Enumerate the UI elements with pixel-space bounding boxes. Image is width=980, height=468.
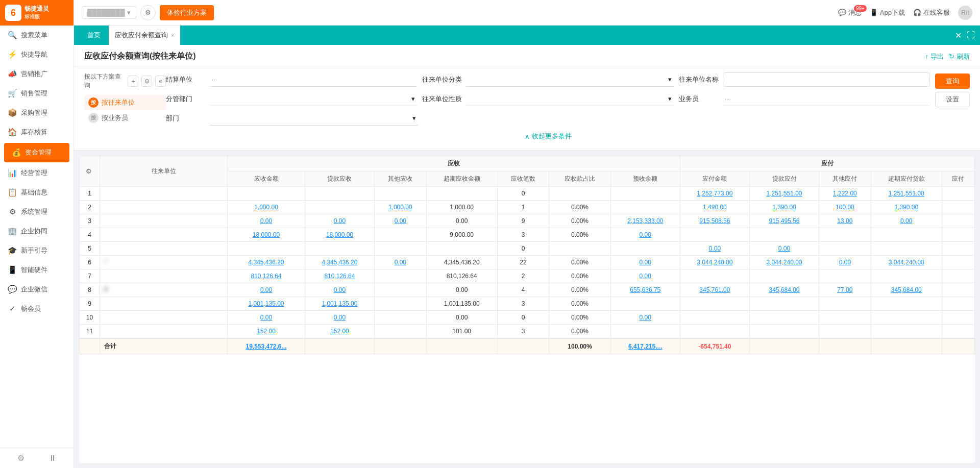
row-ar-other[interactable] [375,283,427,297]
row-ap-overdue[interactable] [871,269,942,283]
row-ap-overdue[interactable]: 1,390.00 [871,201,942,214]
collapse-icon[interactable]: ⏸ [48,454,57,463]
sidebar-item-system[interactable]: ⚙ 系统管理 [0,202,74,221]
row-ap-overdue[interactable] [871,297,942,311]
row-ap-loan[interactable] [749,325,819,339]
row-ar-loan[interactable]: 0.00 [305,311,374,325]
row-ar-other[interactable] [375,297,427,311]
collapse-more-button[interactable]: ∧ 收起更多条件 [166,129,930,144]
collapse-scheme-button[interactable]: « [155,76,166,87]
row-ap-loan[interactable] [749,228,819,242]
row-ar-amount[interactable]: 1,001,135.00 [228,297,305,311]
user-avatar[interactable]: Rit [958,6,972,20]
scheme-by-salesman[interactable]: 按 按业务员 [84,110,166,126]
row-ap-other[interactable]: 1,222.00 [819,187,871,201]
row-ap-amount[interactable] [680,228,749,242]
settlement-input[interactable]: ··· [210,72,417,87]
row-ar-amount[interactable] [228,187,305,201]
maximize-icon[interactable]: ⛶ [967,31,975,40]
row-ap-overdue[interactable]: 3,044,240.00 [871,256,942,269]
row-ar-prepaid[interactable] [610,201,680,214]
row-ap-loan[interactable] [749,297,819,311]
row-ap-overdue[interactable]: 1,251,551.00 [871,187,942,201]
row-ap-other[interactable] [819,269,871,283]
row-ap-amount[interactable]: 3,044,240.00 [680,256,749,269]
row-ap-loan[interactable] [749,311,819,325]
row-ar-other[interactable] [375,311,427,325]
setting-button[interactable]: 设置 [935,92,970,107]
row-ap-loan[interactable]: 345,684.00 [749,283,819,297]
row-ap-amount[interactable]: 345,761.00 [680,283,749,297]
row-ap-amount[interactable] [680,325,749,339]
row-ap-loan[interactable]: 3,044,240.00 [749,256,819,269]
row-ar-loan[interactable]: 18,000.00 [305,228,374,242]
row-ap-loan[interactable] [749,269,819,283]
row-ar-loan[interactable]: 152.00 [305,325,374,339]
row-ap-amount[interactable] [680,297,749,311]
row-ap-amount[interactable] [680,269,749,283]
online-service-button[interactable]: 🎧 在线客服 [913,8,950,17]
partner-category-select[interactable]: ▾ [466,72,673,87]
row-ap-amount[interactable]: 1,490.00 [680,201,749,214]
sidebar-item-quick[interactable]: ⚡ 快捷导航 [0,45,74,64]
row-ap-other[interactable]: 0.00 [819,256,871,269]
row-ap-loan[interactable]: 1,251,551.00 [749,187,819,201]
row-ar-other[interactable] [375,187,427,201]
row-ar-prepaid[interactable] [610,187,680,201]
partner-name-input[interactable] [723,72,930,87]
edit-scheme-button[interactable]: ⊙ [141,76,152,87]
footer-ar-amount[interactable]: 19,553,472,6... [228,338,305,354]
row-ap-amount[interactable]: 1,252,773.00 [680,187,749,201]
row-ar-loan[interactable]: 1,001,135.00 [305,297,374,311]
row-ar-prepaid[interactable]: 0.00 [610,311,680,325]
salesman-input[interactable]: ··· [723,92,930,106]
row-ar-amount[interactable]: 0.00 [228,214,305,228]
row-ap-other[interactable]: 100.00 [819,201,871,214]
row-ap-overdue[interactable]: 345,684.00 [871,283,942,297]
col-settings-icon[interactable]: ⚙ [84,166,94,177]
row-ar-prepaid[interactable]: 0.00 [610,256,680,269]
settings-bottom-icon[interactable]: ⚙ [17,453,24,463]
row-ar-prepaid[interactable] [610,325,680,339]
row-ar-amount[interactable]: 18,000.00 [228,228,305,242]
row-ar-amount[interactable]: 4,345,436.20 [228,256,305,269]
gear-button[interactable]: ⚙ [140,5,156,20]
sidebar-item-inventory[interactable]: 🏠 库存核算 [0,122,74,142]
th-settings[interactable]: ⚙ [80,156,100,187]
sidebar-item-hardware[interactable]: 📱 智能硬件 [0,260,74,280]
app-download-button[interactable]: 📱 App下载 [870,8,905,17]
tab-active[interactable]: 应收应付余额查询 × [109,26,180,45]
sidebar-item-guide[interactable]: 🎓 新手引导 [0,241,74,260]
row-ap-other[interactable]: 77.00 [819,283,871,297]
row-ar-loan[interactable] [305,242,374,256]
row-ap-other[interactable] [819,311,871,325]
sidebar-item-corp[interactable]: 🏢 企业协同 [0,221,74,241]
row-ap-overdue[interactable]: 0.00 [871,214,942,228]
row-ar-loan[interactable] [305,187,374,201]
partner-nature-select[interactable]: ▾ [466,92,673,106]
export-button[interactable]: ↑ 导出 [925,52,944,61]
row-ap-other[interactable] [819,242,871,256]
sidebar-item-basic[interactable]: 📋 基础信息 [0,183,74,202]
row-ar-prepaid[interactable] [610,242,680,256]
row-ar-loan[interactable]: 0.00 [305,283,374,297]
query-button[interactable]: 查询 [935,73,970,89]
row-ar-amount[interactable] [228,242,305,256]
row-ar-prepaid[interactable]: 0.00 [610,228,680,242]
sidebar-item-search[interactable]: 🔍 搜索菜单 [0,26,74,45]
tab-close-icon[interactable]: × [171,32,174,38]
row-ap-overdue[interactable] [871,325,942,339]
row-ar-prepaid[interactable]: 2,153,333.00 [610,214,680,228]
row-ar-loan[interactable]: 0.00 [305,214,374,228]
refresh-button[interactable]: ↻ 刷新 [949,52,970,61]
row-ap-other[interactable]: 13.00 [819,214,871,228]
row-ar-other[interactable]: 0.00 [375,256,427,269]
company-selector[interactable]: ████████ ▾ [82,6,136,19]
row-ap-amount[interactable] [680,311,749,325]
row-ar-amount[interactable]: 0.00 [228,283,305,297]
add-scheme-button[interactable]: ＋ [128,76,138,87]
dept-select[interactable]: ▾ [210,111,418,126]
row-ar-other[interactable] [375,228,427,242]
row-ar-loan[interactable]: 4,345,436.20 [305,256,374,269]
row-ap-other[interactable] [819,325,871,339]
